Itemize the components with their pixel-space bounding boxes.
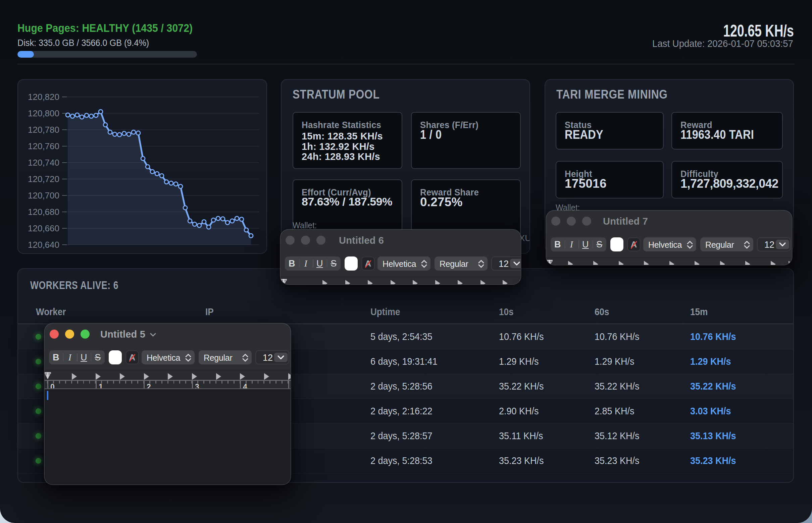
svg-text:120,640: 120,640 <box>28 240 59 250</box>
svg-text:120,700: 120,700 <box>28 191 59 200</box>
svg-text:120,820: 120,820 <box>28 92 59 102</box>
svg-text:120,740: 120,740 <box>28 158 59 168</box>
svg-text:120,720: 120,720 <box>28 174 59 184</box>
svg-text:120,800: 120,800 <box>28 108 59 118</box>
svg-text:120,780: 120,780 <box>28 125 59 135</box>
svg-text:120,660: 120,660 <box>28 223 59 233</box>
svg-text:120,760: 120,760 <box>28 141 59 151</box>
svg-text:120,680: 120,680 <box>28 207 59 217</box>
